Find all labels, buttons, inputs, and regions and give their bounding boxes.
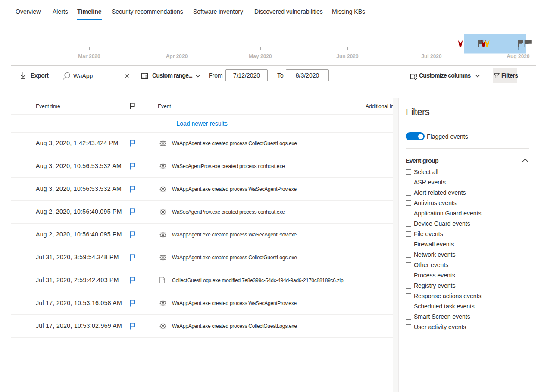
svg-text:Apr 2020: Apr 2020 [166,53,188,59]
svg-text:Mar 2020: Mar 2020 [78,53,100,59]
svg-text:Jul 2020: Jul 2020 [421,53,442,59]
svg-text:Aug 2020: Aug 2020 [507,53,530,59]
svg-text:May 2020: May 2020 [249,53,272,59]
svg-text:Jun 2020: Jun 2020 [336,53,359,59]
